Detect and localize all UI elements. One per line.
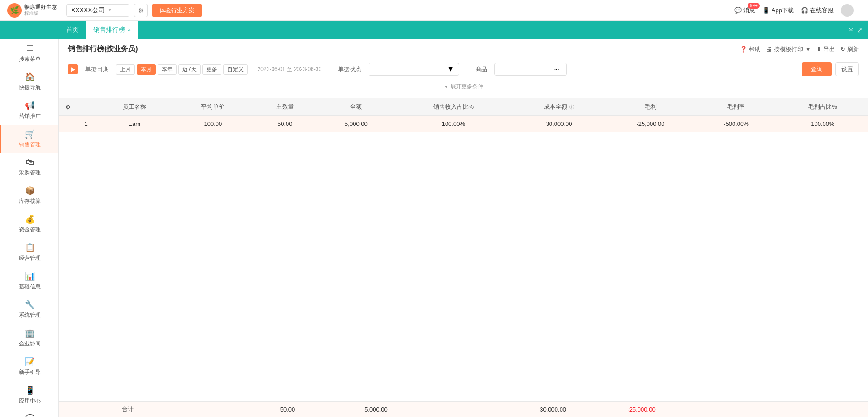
headset-icon: 🎧 xyxy=(801,7,808,14)
app-download[interactable]: 📱 App下载 xyxy=(762,6,794,14)
sidebar-label-system: 系统管理 xyxy=(19,312,41,319)
refresh-icon: ↻ xyxy=(840,46,845,53)
filter-bar: ▶ 单据日期 上月 本月 本年 近7天 更多 自定义 2023-06-01 至 … xyxy=(59,58,868,98)
col-profit-ratio: 毛利占比% xyxy=(777,98,868,116)
settings-icon[interactable]: ⚙ xyxy=(134,4,148,17)
date-btn-7days[interactable]: 近7天 xyxy=(178,64,201,75)
user-avatar[interactable] xyxy=(841,4,854,17)
company-selector[interactable]: XXXXX公司 ▼ xyxy=(66,4,129,17)
date-btn-last-month[interactable]: 上月 xyxy=(116,64,135,75)
logo-text: 畅康通好生意 xyxy=(24,4,57,11)
sidebar-item-inventory[interactable]: 📦 库存核算 xyxy=(0,181,58,210)
footer-cost: 30,000.00 xyxy=(509,406,597,413)
content-area: 销售排行榜(按业务员) ❓ 帮助 🖨 按模板打印 ▼ ⬇ 导出 ↻ 刷新 xyxy=(59,39,868,417)
expand-label: 展开更多条件 xyxy=(451,83,483,91)
tab-right-buttons: × ⤢ xyxy=(849,21,868,39)
main-layout: ☰ 搜索菜单 🏠 快捷导航 📢 营销推广 🛒 销售管理 🛍 采购管理 📦 库存核… xyxy=(0,39,868,417)
filter-row: ▶ 单据日期 上月 本月 本年 近7天 更多 自定义 2023-06-01 至 … xyxy=(68,62,859,76)
purchase-icon: 🛍 xyxy=(26,158,34,167)
export-label: 导出 xyxy=(823,45,835,53)
refresh-button[interactable]: ↻ 刷新 xyxy=(840,45,859,53)
export-button[interactable]: ⬇ 导出 xyxy=(816,45,835,53)
date-btn-this-year[interactable]: 本年 xyxy=(158,64,177,75)
table-footer: 合计 50.00 5,000.00 30,000.00 -25,000.00 xyxy=(59,401,868,417)
date-range-display: 2023-06-01 至 2023-06-30 xyxy=(258,66,321,73)
print-icon: 🖨 xyxy=(766,46,772,53)
goods-input-area: ··· xyxy=(494,63,567,76)
table-header-row: ⚙ 员工名称 平均单价 主数量 全额 销售收入占比% 成本全额 ⓘ 毛利 毛利率… xyxy=(59,98,868,116)
app-center-icon: 📱 xyxy=(25,385,35,395)
app-download-label: App下载 xyxy=(772,6,794,14)
header-actions: ❓ 帮助 🖨 按模板打印 ▼ ⬇ 导出 ↻ 刷新 xyxy=(740,45,859,53)
message-badge: 99+ xyxy=(748,3,760,9)
sidebar-label-purchase: 采购管理 xyxy=(19,169,41,177)
tab-sales-ranking[interactable]: 销售排行榜 × xyxy=(86,21,138,39)
sidebar-item-enterprise[interactable]: 🏢 企业协同 xyxy=(0,324,58,352)
message-area[interactable]: 💬 消息 99+ xyxy=(734,6,755,14)
sidebar-item-search[interactable]: ☰ 搜索菜单 xyxy=(0,39,58,67)
page-title: 销售排行榜(按业务员) xyxy=(68,44,138,54)
logo-area: 🌿 畅康通好生意 标准版 xyxy=(7,3,62,18)
col-quantity: 主数量 xyxy=(252,98,317,116)
top-right-area: 💬 消息 99+ 📱 App下载 🎧 在线客服 xyxy=(734,4,861,17)
date-btn-this-month[interactable]: 本月 xyxy=(137,64,156,75)
wechat-icon: 💬 xyxy=(25,414,35,417)
sidebar-label-sales: 销售管理 xyxy=(19,141,41,149)
col-avg-price: 平均单价 xyxy=(174,98,253,116)
sidebar-item-marketing[interactable]: 📢 营销推广 xyxy=(0,96,58,125)
date-buttons: 上月 本月 本年 近7天 更多 自定义 xyxy=(116,64,248,75)
online-service[interactable]: 🎧 在线客服 xyxy=(801,6,834,14)
sidebar-item-wechat[interactable]: 💬 企业微信 xyxy=(0,409,58,417)
table-settings-button[interactable]: 设置 xyxy=(835,62,859,76)
col-rank xyxy=(77,98,95,116)
sidebar-label-beginner: 新手引导 xyxy=(19,369,41,376)
expand-more-conditions[interactable]: ▼ 展开更多条件 xyxy=(68,80,859,93)
sidebar-item-finance[interactable]: 💰 资金管理 xyxy=(0,210,58,238)
col-profit: 毛利 xyxy=(606,98,695,116)
row-settings-cell xyxy=(59,116,77,132)
col-employee: 员工名称 xyxy=(95,98,174,116)
sidebar-item-sales[interactable]: 🛒 销售管理 xyxy=(0,125,58,153)
sidebar-item-operations[interactable]: 📋 经营管理 xyxy=(0,238,58,267)
row-rank-cell: 1 xyxy=(77,116,95,132)
trial-button[interactable]: 体验行业方案 xyxy=(152,4,202,17)
row-amount-cell: 5,000.00 xyxy=(317,116,394,132)
sidebar-item-app-center[interactable]: 📱 应用中心 xyxy=(0,381,58,409)
window-maximize-icon[interactable]: ⤢ xyxy=(857,26,863,34)
sidebar-label-basic-info: 基础信息 xyxy=(19,283,41,291)
date-btn-more[interactable]: 更多 xyxy=(202,64,221,75)
sidebar-item-quick-nav[interactable]: 🏠 快捷导航 xyxy=(0,67,58,96)
help-button[interactable]: ❓ 帮助 xyxy=(740,45,761,53)
tab-home[interactable]: 首页 xyxy=(59,21,86,39)
sidebar-label-search: 搜索菜单 xyxy=(19,55,41,63)
tab-close-icon[interactable]: × xyxy=(128,27,131,33)
finance-icon: 💰 xyxy=(25,214,35,224)
refresh-label: 刷新 xyxy=(847,45,859,53)
col-settings[interactable]: ⚙ xyxy=(59,98,77,116)
footer-quantity: 50.00 xyxy=(243,406,331,413)
sidebar-label-app-center: 应用中心 xyxy=(19,397,41,405)
sidebar-label-finance: 资金管理 xyxy=(19,226,41,234)
page-header: 销售排行榜(按业务员) ❓ 帮助 🖨 按模板打印 ▼ ⬇ 导出 ↻ 刷新 xyxy=(59,39,868,58)
chevron-down-icon: ▼ xyxy=(444,84,449,90)
sidebar-label-operations: 经营管理 xyxy=(19,254,41,262)
sidebar-item-system[interactable]: 🔧 系统管理 xyxy=(0,295,58,324)
company-name: XXXXX公司 xyxy=(71,6,105,14)
window-close-icon[interactable]: × xyxy=(849,26,853,34)
ellipsis-icon[interactable]: ··· xyxy=(554,65,560,73)
sidebar-item-beginner[interactable]: 📝 新手引导 xyxy=(0,352,58,381)
status-selector[interactable]: ▼ xyxy=(369,63,459,76)
table-row: 1 Eam 100.00 50.00 5,000.00 100.00% 30,0… xyxy=(59,116,868,132)
goods-search-input[interactable] xyxy=(499,66,554,73)
col-cost: 成本全额 ⓘ xyxy=(512,98,606,116)
table-area: ⚙ 员工名称 平均单价 主数量 全额 销售收入占比% 成本全额 ⓘ 毛利 毛利率… xyxy=(59,98,868,417)
sidebar-label-enterprise: 企业协同 xyxy=(19,340,41,348)
sidebar-item-basic-info[interactable]: 📊 基础信息 xyxy=(0,267,58,295)
filter-toggle-button[interactable]: ▶ xyxy=(68,64,78,74)
logo-sub: 标准版 xyxy=(24,10,57,17)
message-icon: 💬 xyxy=(734,7,742,14)
sidebar-item-purchase[interactable]: 🛍 采购管理 xyxy=(0,153,58,181)
print-button[interactable]: 🖨 按模板打印 ▼ xyxy=(766,45,811,53)
search-button[interactable]: 查询 xyxy=(802,62,832,76)
date-btn-custom[interactable]: 自定义 xyxy=(223,64,248,75)
